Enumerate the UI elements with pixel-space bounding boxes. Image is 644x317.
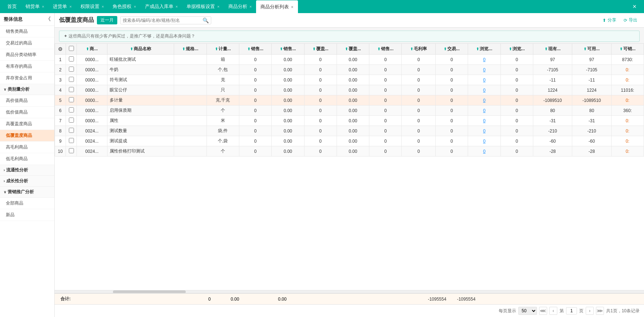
nav-purchase-order[interactable]: 进货单 ×: [48, 0, 76, 13]
col-browse2[interactable]: ⬆浏览...: [500, 44, 533, 55]
row-checkbox[interactable]: [66, 55, 77, 65]
nav-product-analysis[interactable]: 商品分析 ×: [224, 0, 256, 13]
sidebar-item-category-sales[interactable]: 商品分类动销率: [0, 49, 54, 61]
row-browse1[interactable]: 0: [468, 106, 500, 116]
row-browse1[interactable]: 0: [468, 136, 500, 146]
close-icon[interactable]: ×: [42, 4, 44, 9]
nav-permission-settings[interactable]: 权限设置 ×: [76, 0, 108, 13]
close-icon[interactable]: ×: [134, 4, 136, 9]
prev-page-button[interactable]: ‹: [549, 307, 557, 315]
row-browse1[interactable]: 0: [468, 116, 500, 126]
search-icon[interactable]: 🔍: [203, 17, 209, 23]
row-checkbox[interactable]: [66, 75, 77, 85]
nav-product-inbound[interactable]: 产成品入库单 ×: [141, 0, 182, 13]
col-spec[interactable]: ⬆规格...: [174, 44, 207, 55]
sidebar-group-circulation-analysis[interactable]: ›流通性分析: [0, 165, 54, 176]
scrollbar-area[interactable]: [55, 290, 644, 293]
col-gross[interactable]: ⬆毛利率: [402, 44, 436, 55]
sidebar-item-low-value[interactable]: 低价值商品: [0, 107, 54, 118]
share-button[interactable]: ⬆ 分享: [600, 16, 619, 24]
nav-template-settings[interactable]: 单据模板设置 ×: [182, 0, 224, 13]
col-gear[interactable]: ⚙: [55, 44, 66, 55]
col-available[interactable]: ⬆可用...: [572, 44, 611, 55]
row-name[interactable]: 属性: [107, 116, 174, 126]
col-saleable[interactable]: ⬆可销...: [611, 44, 644, 55]
row-browse1[interactable]: 0: [468, 95, 500, 106]
row-name[interactable]: 符号测试: [107, 75, 174, 85]
col-cover2[interactable]: ⬆覆盖...: [337, 44, 369, 55]
col-unit[interactable]: ⬆计量...: [207, 44, 239, 55]
row-checkbox[interactable]: [66, 85, 77, 95]
data-table: ⚙ ⬆商... ⬆商品名称 ⬆规格... ⬆计量... ⬆销售... ⬆销售..…: [55, 43, 644, 156]
nav-home[interactable]: 首页: [3, 0, 21, 13]
row-browse1[interactable]: 0: [468, 75, 500, 85]
row-browse1[interactable]: 0: [468, 85, 500, 95]
row-checkbox[interactable]: [66, 126, 77, 136]
next-page-button[interactable]: ›: [586, 307, 594, 315]
close-icon[interactable]: ×: [291, 5, 293, 9]
row-checkbox[interactable]: [66, 106, 77, 116]
sidebar-collapse-button[interactable]: 《: [46, 16, 51, 23]
sidebar-item-high-profit[interactable]: 高毛利商品: [0, 142, 54, 153]
close-icon[interactable]: ×: [217, 4, 219, 9]
col-name[interactable]: ⬆商品名称: [107, 44, 174, 55]
row-name[interactable]: 测试提成: [107, 136, 174, 146]
last-page-button[interactable]: ⋙: [596, 307, 604, 315]
row-checkbox[interactable]: [66, 146, 77, 156]
row-checkbox[interactable]: [66, 65, 77, 75]
per-page-select[interactable]: 50 10 20 100: [518, 307, 537, 315]
sidebar-item-low-coverage[interactable]: 低覆盖度商品: [0, 130, 54, 142]
row-name[interactable]: 牛奶: [107, 65, 174, 75]
row-saleable: 0:: [611, 95, 644, 106]
period-button[interactable]: 近一月: [97, 16, 117, 24]
nav-sales-order[interactable]: 销货单 ×: [21, 0, 48, 13]
sidebar-group-marketing-analysis[interactable]: ∨营销推广分析: [0, 187, 54, 198]
col-browse1[interactable]: ⬆浏览...: [468, 44, 500, 55]
row-browse1[interactable]: 0: [468, 65, 500, 75]
nav-role-auth[interactable]: 角色授权 ×: [108, 0, 140, 13]
sidebar-item-all-goods[interactable]: 全部商品: [0, 198, 54, 209]
row-checkbox[interactable]: [66, 95, 77, 106]
sidebar-item-stock-fund[interactable]: 库存资金占用: [0, 72, 54, 84]
sidebar-item-high-coverage[interactable]: 高覆盖度商品: [0, 118, 54, 130]
window-close-button[interactable]: ×: [628, 0, 641, 13]
sidebar-item-traded-goods[interactable]: 交易过的商品: [0, 37, 54, 49]
col-cover1[interactable]: ⬆覆盖...: [304, 44, 337, 55]
sidebar-item-stocked-goods[interactable]: 有库存的商品: [0, 61, 54, 72]
close-icon[interactable]: ×: [176, 4, 178, 9]
row-browse1[interactable]: 0: [468, 55, 500, 65]
select-all-checkbox[interactable]: [69, 46, 74, 51]
row-name[interactable]: 眼宝公仔: [107, 85, 174, 95]
sidebar-item-new-goods[interactable]: 新品: [0, 209, 54, 221]
export-button[interactable]: ⟳ 导出: [621, 16, 640, 24]
close-icon[interactable]: ×: [250, 4, 252, 9]
row-name[interactable]: 启用保质期: [107, 106, 174, 116]
close-icon[interactable]: ×: [69, 4, 71, 9]
col-sales-qty[interactable]: ⬆销售...: [239, 44, 271, 55]
search-input[interactable]: [123, 18, 203, 23]
col-trade[interactable]: ⬆交易...: [436, 44, 468, 55]
sidebar-item-low-profit[interactable]: 低毛利商品: [0, 153, 54, 165]
col-sales-amt[interactable]: ⬆销售...: [272, 44, 304, 55]
page-number-input[interactable]: [566, 307, 577, 314]
sidebar-group-category-analysis[interactable]: ∨类别量分析: [0, 84, 54, 95]
close-icon[interactable]: ×: [102, 4, 104, 9]
row-name[interactable]: 旺辅批次测试: [107, 55, 174, 65]
row-checkbox[interactable]: [66, 116, 77, 126]
first-page-button[interactable]: ⋘: [539, 307, 547, 315]
sidebar-item-high-value[interactable]: 高价值商品: [0, 95, 54, 107]
nav-product-analysis-list[interactable]: 商品分析列表 ×: [256, 0, 298, 13]
col-code[interactable]: ⬆商...: [77, 44, 107, 55]
row-cover2: 0.00: [337, 65, 369, 75]
row-name[interactable]: 属性价格打印测试: [107, 146, 174, 156]
row-sales-qty: 0: [239, 95, 271, 106]
row-checkbox[interactable]: [66, 136, 77, 146]
col-sales3[interactable]: ⬆销售...: [369, 44, 402, 55]
col-current[interactable]: ⬆现有...: [533, 44, 572, 55]
sidebar-group-growth-analysis[interactable]: ›成长性分析: [0, 176, 54, 187]
row-name[interactable]: 测试数量: [107, 126, 174, 136]
row-name[interactable]: 多计量: [107, 95, 174, 106]
row-browse1[interactable]: 0: [468, 126, 500, 136]
row-browse1[interactable]: 0: [468, 146, 500, 156]
sidebar-item-sales-goods[interactable]: 销售类商品: [0, 26, 54, 37]
